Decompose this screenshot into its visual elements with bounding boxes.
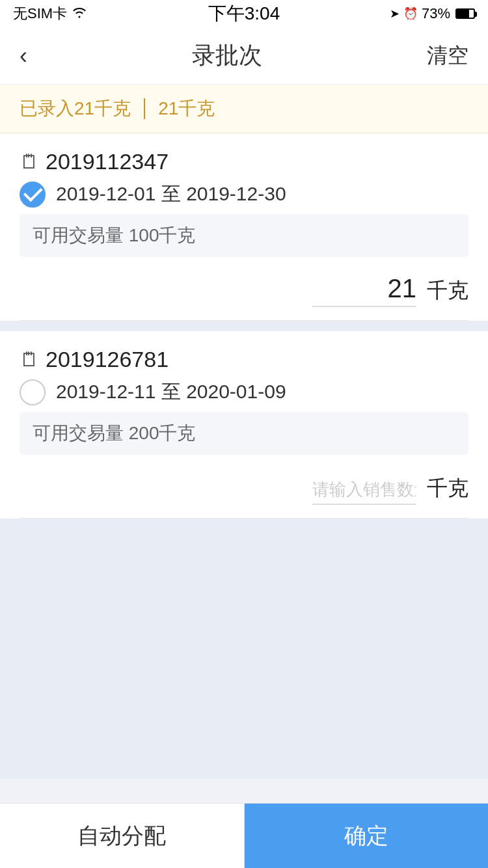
carrier-label: 无SIM卡: [13, 4, 67, 23]
batch-1-qty-unit: 千克: [427, 277, 468, 305]
nav-bar: ‹ 录批次 清空: [0, 27, 488, 85]
page-title: 录批次: [192, 40, 262, 72]
status-right: ➤ ⏰ 73%: [390, 5, 475, 22]
battery-icon: [455, 8, 475, 19]
batch-2-qty-row: 千克: [0, 465, 488, 518]
batch-1-date: 2019-12-01 至 2019-12-30: [56, 181, 286, 208]
clear-button[interactable]: 清空: [427, 42, 468, 70]
batch-2-radio[interactable]: [20, 379, 46, 405]
total-label: 21千克: [158, 96, 215, 121]
batch-1-available: 可用交易量 100千克: [20, 214, 468, 257]
location-icon: ➤: [390, 7, 400, 21]
batch-2-id: 2019126781: [46, 347, 169, 372]
time-label: 下午3:04: [208, 1, 280, 26]
info-divider: [144, 98, 145, 119]
batch-1-qty-row: 千克: [0, 267, 488, 320]
batch-card-2: 🗒 2019126781 2019-12-11 至 2020-01-09 可用交…: [0, 331, 488, 519]
batch-card-1: 🗒 2019112347 2019-12-01 至 2019-12-30 可用交…: [0, 133, 488, 321]
batch-2-date-row: 2019-12-11 至 2020-01-09: [0, 379, 488, 412]
batch-2-icon: 🗒: [20, 349, 39, 371]
batch-1-header: 🗒 2019112347: [0, 133, 488, 181]
back-button[interactable]: ‹: [20, 42, 27, 70]
batch-2-available: 可用交易量 200千克: [20, 412, 468, 455]
batch-1-date-row: 2019-12-01 至 2019-12-30: [0, 181, 488, 214]
wifi-icon: [72, 5, 87, 22]
separator-1: [0, 321, 488, 331]
info-bar: 已录入21千克 21千克: [0, 85, 488, 133]
batch-2-qty-input[interactable]: [312, 472, 416, 505]
batch-1-radio[interactable]: [20, 182, 46, 208]
auto-distribute-button[interactable]: 自动分配: [0, 804, 245, 868]
footer: 自动分配 确定: [0, 803, 488, 868]
bottom-area: [0, 519, 488, 779]
battery-label: 73%: [422, 5, 450, 22]
batch-2-header: 🗒 2019126781: [0, 331, 488, 379]
status-bar: 无SIM卡 下午3:04 ➤ ⏰ 73%: [0, 0, 488, 27]
batch-2-date: 2019-12-11 至 2020-01-09: [56, 379, 286, 405]
batch-1-icon: 🗒: [20, 151, 39, 173]
entered-label: 已录入21千克: [20, 96, 131, 121]
batch-1-id: 2019112347: [46, 149, 169, 174]
status-left: 无SIM卡: [13, 4, 87, 23]
alarm-icon: ⏰: [403, 7, 418, 21]
batch-1-qty-input[interactable]: [312, 274, 416, 307]
confirm-button[interactable]: 确定: [245, 804, 489, 868]
batch-2-qty-unit: 千克: [427, 474, 468, 503]
